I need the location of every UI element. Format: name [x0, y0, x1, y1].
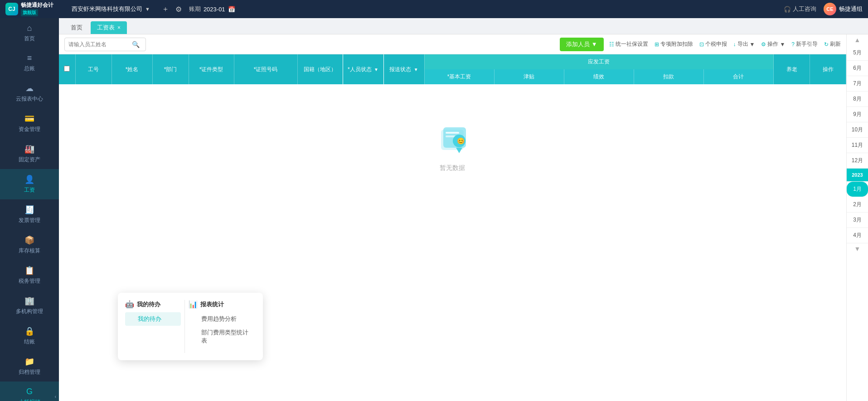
- popup-item-dept-cost[interactable]: 部门费用类型统计表: [189, 326, 256, 348]
- month-next-button[interactable]: ▼: [847, 243, 868, 254]
- sidebar-label-cloud-reports: 云报表中心: [16, 95, 43, 103]
- period-value[interactable]: 2023-01: [204, 6, 225, 13]
- tax-report-button[interactable]: ⊡ 个税申报: [699, 40, 727, 48]
- svg-rect-2: [446, 132, 459, 134]
- person-status-label: *人员状态: [348, 66, 372, 72]
- th-country: 国籍（地区）: [297, 54, 343, 84]
- tax-report-icon: ⊡: [699, 41, 704, 48]
- popup-item-todo[interactable]: 我的待办: [125, 312, 181, 326]
- company-dropdown-icon: ▼: [145, 6, 150, 12]
- social-security-button[interactable]: ☷ 统一社保设置: [609, 40, 648, 48]
- add-person-button[interactable]: 添加人员 ▼: [560, 38, 604, 51]
- salary-icon: 👤: [24, 174, 34, 184]
- month-panel: ▲ 5月 6月 7月 8月 9月 10月 11月 12月 2023 1月 2月 …: [846, 34, 868, 401]
- th-pension: 养老: [774, 54, 810, 84]
- month-item-6[interactable]: 6月: [847, 61, 868, 76]
- user-area[interactable]: CE 畅捷通组: [824, 3, 863, 15]
- search-wrap: 🔍: [64, 38, 146, 51]
- sidebar-item-fund[interactable]: 💳 资金管理: [0, 108, 59, 139]
- company-selector[interactable]: 西安虾米网络科技有限公司 ▼: [68, 3, 154, 15]
- popup-section-reports: 📊 报表统计 费用趋势分析 部门费用类型统计表: [189, 300, 256, 348]
- month-item-8[interactable]: 8月: [847, 92, 868, 107]
- month-item-12[interactable]: 12月: [847, 153, 868, 169]
- month-item-7[interactable]: 7月: [847, 76, 868, 92]
- month-item-5[interactable]: 5月: [847, 45, 868, 61]
- search-icon: 🔍: [132, 41, 140, 48]
- tab-bar: 首页 工资表 ×: [59, 18, 868, 34]
- todo-section-label: 我的待办: [137, 300, 160, 309]
- sidebar-item-multi-org[interactable]: 🏢 多机构管理: [0, 290, 59, 321]
- month-item-apr[interactable]: 4月: [847, 228, 868, 243]
- month-item-11[interactable]: 11月: [847, 138, 868, 153]
- tab-home[interactable]: 首页: [64, 21, 89, 34]
- sidebar-item-archive[interactable]: 📁 归档管理: [0, 351, 59, 382]
- search-input[interactable]: [68, 41, 132, 48]
- settings-icon[interactable]: ⚙: [175, 5, 182, 14]
- sidebar-label-ledger: 总账: [24, 65, 35, 72]
- logo-icon: CJ: [5, 3, 18, 15]
- sidebar-label-multi-org: 多机构管理: [16, 308, 43, 315]
- tab-salary-label: 工资表: [97, 24, 115, 32]
- special-deduction-icon: ⊞: [655, 41, 659, 48]
- month-item-feb[interactable]: 2月: [847, 197, 868, 213]
- th-allowance: 津贴: [494, 69, 564, 84]
- add-company-button[interactable]: ＋: [159, 4, 172, 15]
- submenu-arrow-icon: ‹: [55, 394, 56, 399]
- operations-button[interactable]: ⚙ 操作 ▼: [761, 40, 785, 48]
- sidebar-item-invoice[interactable]: 🧾 发票管理: [0, 199, 59, 230]
- th-employee-id: 工号: [75, 54, 112, 84]
- th-checkbox[interactable]: [59, 54, 75, 84]
- empty-state-message: 暂无数据: [440, 164, 465, 172]
- month-item-9[interactable]: 9月: [847, 107, 868, 122]
- tab-salary[interactable]: 工资表 ×: [91, 21, 127, 34]
- sidebar-item-tax[interactable]: 📋 税务管理: [0, 260, 59, 290]
- headset-icon: 🎧: [784, 6, 791, 13]
- svg-text:😊: 😊: [457, 137, 465, 145]
- month-prev-button[interactable]: ▲: [847, 34, 868, 45]
- sidebar-item-xiaochang[interactable]: G 小畅报销 ‹: [0, 382, 59, 401]
- th-bonus: 绩效: [564, 69, 634, 84]
- select-all-checkbox[interactable]: [64, 66, 70, 72]
- special-deduction-button[interactable]: ⊞ 专项附加扣除: [655, 40, 693, 48]
- export-label: 导出: [737, 40, 748, 48]
- tab-close-button[interactable]: ×: [117, 24, 121, 31]
- add-person-label: 添加人员: [566, 40, 590, 48]
- sidebar-item-closing[interactable]: 🔒 结账: [0, 321, 59, 351]
- th-cert-no: *证照号码: [234, 54, 297, 84]
- archive-icon: 📁: [24, 357, 34, 367]
- calendar-icon[interactable]: 📅: [228, 6, 235, 13]
- export-button[interactable]: ↓ 导出 ▼: [733, 40, 755, 48]
- sidebar-item-salary[interactable]: 👤 工资: [0, 169, 59, 199]
- report-status-filter-icon[interactable]: ▼: [414, 67, 418, 72]
- sidebar-item-inventory[interactable]: 📦 库存核算: [0, 230, 59, 260]
- closing-icon: 🔒: [24, 326, 34, 336]
- sidebar-item-assets[interactable]: 🏭 固定资产: [0, 139, 59, 169]
- popup-menu: 🤖 我的待办 我的待办 📊 报表统计 费用趋势分析: [118, 293, 263, 360]
- month-item-10[interactable]: 10月: [847, 122, 868, 138]
- export-icon: ↓: [733, 41, 736, 48]
- sidebar-item-home[interactable]: ⌂ 首页: [0, 18, 59, 48]
- page-content: 🔍 添加人员 ▼ ☷ 统一社保设置 ⊞ 专项附加扣除: [59, 34, 868, 401]
- person-status-filter-icon[interactable]: ▼: [374, 67, 378, 72]
- consultant-label: 人工咨询: [793, 5, 816, 13]
- reports-section-label: 报表统计: [200, 300, 224, 309]
- month-item-jan[interactable]: 1月: [847, 182, 868, 197]
- th-operations: 操作: [810, 54, 846, 84]
- special-deduction-label: 专项附加扣除: [660, 40, 693, 48]
- social-security-label: 统一社保设置: [616, 40, 648, 48]
- guide-button[interactable]: ? 新手引导: [791, 40, 818, 48]
- popup-section-todo: 🤖 我的待办 我的待办: [125, 300, 181, 348]
- logo-initials: CJ: [8, 6, 15, 12]
- th-name: *姓名: [112, 54, 152, 84]
- sidebar-item-cloud-reports[interactable]: ☁ 云报表中心: [0, 78, 59, 108]
- sidebar-label-invoice: 发票管理: [19, 217, 40, 224]
- th-total: 合计: [703, 69, 773, 84]
- empty-row: 😊 暂无数据: [59, 84, 846, 208]
- consultant-button[interactable]: 🎧 人工咨询: [784, 5, 816, 13]
- popup-item-cost-trend[interactable]: 费用趋势分析: [189, 312, 256, 326]
- month-item-mar[interactable]: 3月: [847, 213, 868, 228]
- refresh-button[interactable]: ↻ 刷新: [824, 40, 841, 48]
- xiaochang-icon: G: [26, 387, 33, 396]
- sidebar-label-tax: 税务管理: [19, 277, 40, 285]
- sidebar-item-ledger[interactable]: ≡ 总账: [0, 48, 59, 78]
